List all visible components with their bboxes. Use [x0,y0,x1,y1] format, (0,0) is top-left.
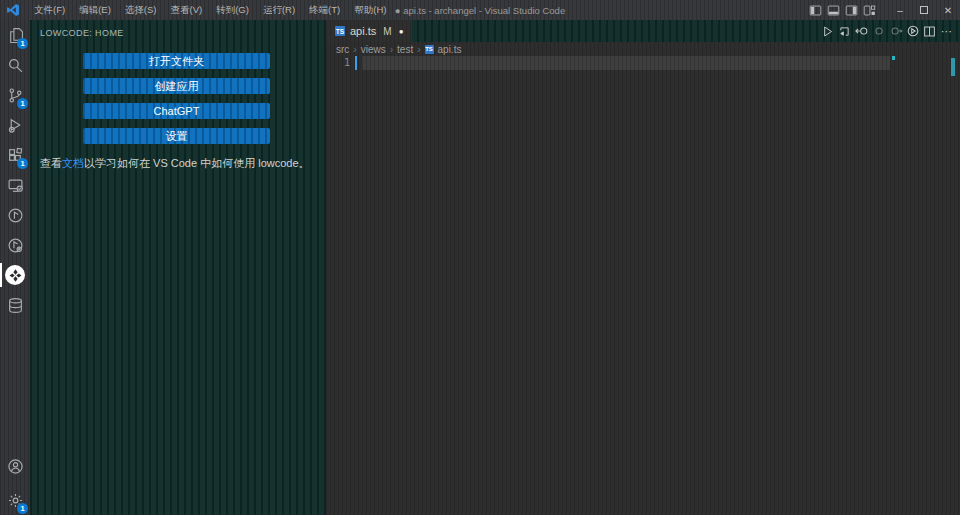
docs-link[interactable]: 文档 [62,157,84,169]
menu-go[interactable]: 转到(G) [209,0,256,20]
chevron-right-icon: › [390,44,393,55]
sidebar-item-database[interactable] [0,290,30,320]
toggle-panel-icon[interactable] [824,0,842,20]
account-icon [7,458,24,475]
menu-file[interactable]: 文件(F) [27,0,72,20]
search-icon [7,57,24,74]
settings-button[interactable]: 设置 [83,128,270,144]
git-modified-badge: M [383,26,391,37]
breadcrumb-views[interactable]: views [361,44,386,55]
editor-group: TS api.ts M ● [325,20,960,515]
debug-circle-icon[interactable] [904,20,921,42]
menu-edit[interactable]: 编辑(E) [72,0,118,20]
menu-view[interactable]: 查看(V) [163,0,209,20]
tab-label: api.ts [350,25,376,37]
split-editor-icon[interactable] [921,20,938,42]
minimap-cursor-mark [892,56,895,60]
run-file-icon[interactable] [819,20,836,42]
database-icon [7,297,24,314]
editor-toolbar: ⋯ [819,20,960,42]
lowcode-icon [5,265,25,285]
create-app-button[interactable]: 创建应用 [83,78,270,94]
chevron-right-icon: › [353,44,356,55]
navigate-forward-icon[interactable] [870,20,887,42]
customize-layout-icon[interactable] [860,0,878,20]
help-text: 查看文档以学习如何在 VS Code 中如何使用 lowcode。 [40,156,315,171]
tab-api-ts[interactable]: TS api.ts M ● [326,20,412,42]
text-cursor [355,56,357,70]
menu-help[interactable]: 帮助(H) [347,0,393,20]
sidebar-panel-title: LOWCODE: HOME [30,20,325,38]
more-actions-icon[interactable]: ⋯ [938,20,955,42]
help-text-prefix: 查看 [40,157,62,169]
breadcrumb-file[interactable]: api.ts [438,44,462,55]
open-folder-button[interactable]: 打开文件夹 [83,53,270,69]
minimize-icon[interactable]: – [888,0,912,20]
sidebar-item-extensions[interactable]: 1 [0,140,30,170]
current-line-highlight [362,56,890,70]
settings-badge: 1 [17,503,28,514]
sidebar-item-accounts[interactable] [0,451,30,481]
breadcrumb: src › views › test › TS api.ts [326,42,960,56]
typescript-file-icon: TS [425,45,434,54]
sidebar-item-lowcode[interactable] [0,260,30,290]
runner-gear-circle-icon [7,237,24,254]
breadcrumb-src[interactable]: src [336,44,349,55]
window-title: ● api.ts - archangel - Visual Studio Cod… [395,5,565,16]
remote-explorer-icon [7,177,24,194]
navigate-back-icon[interactable] [853,20,870,42]
breadcrumb-test[interactable]: test [397,44,413,55]
vscode-logo-icon [6,3,20,17]
menu-run[interactable]: 运行(R) [256,0,302,20]
dirty-indicator-icon[interactable]: ● [399,27,404,36]
typescript-file-icon: TS [335,26,345,36]
sidebar-item-settings[interactable]: 1 [0,485,30,515]
menu-terminal[interactable]: 终端(T) [302,0,347,20]
explorer-badge: 1 [17,38,28,49]
sidebar-panel: LOWCODE: HOME 打开文件夹 创建应用 ChatGPT 设置 查看文档… [30,20,325,515]
window-controls-spacer [878,0,888,20]
sidebar-button-group: 打开文件夹 创建应用 ChatGPT 设置 [83,53,270,144]
run-debug-icon [7,117,24,134]
tab-bar: TS api.ts M ● [326,20,960,42]
menu-selection[interactable]: 选择(S) [118,0,164,20]
code-editor[interactable]: 1 [326,56,960,515]
sidebar-item-source-control[interactable]: 1 [0,80,30,110]
toggle-secondary-sidebar-icon[interactable] [842,0,860,20]
rerun-icon[interactable] [836,20,853,42]
sidebar-item-runner-settings[interactable] [0,230,30,260]
sidebar-item-remote-explorer[interactable] [0,170,30,200]
chevron-right-icon: › [417,44,420,55]
sidebar-item-search[interactable] [0,50,30,80]
runner-circle-icon [7,207,24,224]
line-number: 1 [326,56,350,70]
help-text-suffix: 以学习如何在 VS Code 中如何使用 lowcode。 [84,157,310,169]
sidebar-item-run-debug[interactable] [0,110,30,140]
extensions-badge: 1 [17,158,28,169]
toggle-sidebar-icon[interactable] [806,0,824,20]
sidebar-item-explorer[interactable]: 1 [0,20,30,50]
sidebar-item-runner[interactable] [0,200,30,230]
activity-bar: 1 1 1 [0,20,30,515]
title-bar: 文件(F) 编辑(E) 选择(S) 查看(V) 转到(G) 运行(R) 终端(T… [0,0,960,20]
navigate-next-icon[interactable] [887,20,904,42]
restore-icon[interactable] [912,0,936,20]
close-icon[interactable]: ✕ [936,0,960,20]
chatgpt-button[interactable]: ChatGPT [83,103,270,119]
source-control-badge: 1 [17,98,28,109]
overview-ruler-cursor-mark[interactable] [951,58,955,76]
